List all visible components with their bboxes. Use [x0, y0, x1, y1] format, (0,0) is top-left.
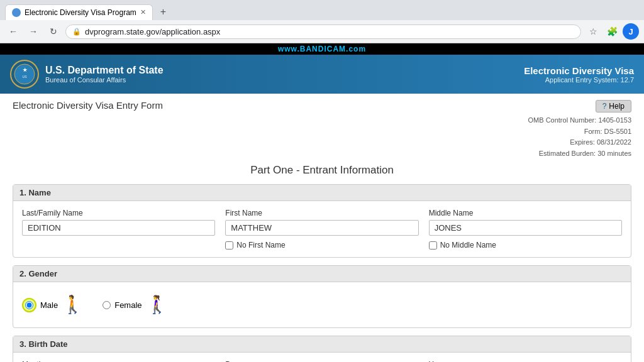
- star-button[interactable]: ☆: [585, 23, 601, 40]
- no-first-name-checkbox[interactable]: [225, 241, 233, 250]
- no-first-name-label: No First Name: [236, 241, 285, 250]
- part-heading: Part One - Entrant Information: [13, 164, 631, 177]
- lock-icon: 🔒: [72, 28, 81, 36]
- back-button[interactable]: ←: [5, 23, 21, 40]
- estimated-burden: Estimated Burden: 30 minutes: [528, 148, 631, 160]
- section-gender-header: 2. Gender: [13, 266, 631, 282]
- bandicam-watermark: www.BANDICAM.com: [0, 43, 644, 55]
- first-name-label: First Name: [225, 209, 418, 217]
- female-person-icon: 🚶‍♀️: [146, 296, 168, 314]
- female-radio[interactable]: [103, 301, 111, 309]
- form-title-area: Electronic Diversity Visa Entry Form: [13, 100, 163, 111]
- profile-avatar[interactable]: J: [623, 23, 639, 40]
- form-meta: OMB Control Number: 1405-0153 Form: DS-5…: [528, 115, 631, 159]
- female-label: Female: [114, 300, 142, 310]
- male-radio-highlight: [22, 298, 36, 312]
- form-area: Electronic Diversity Visa Entry Form ? H…: [0, 94, 644, 362]
- tab-bar: Electronic Diversity Visa Program ✕ +: [0, 0, 644, 20]
- section-gender-content: Male 🚶 Female 🚶‍♀️: [13, 282, 631, 327]
- browser-chrome: Electronic Diversity Visa Program ✕ + ← …: [0, 0, 644, 43]
- middle-name-label: Middle Name: [429, 209, 622, 217]
- first-name-input[interactable]: [225, 220, 418, 236]
- control-number: OMB Control Number: 1405-0153: [528, 115, 631, 126]
- dept-name: U.S. Department of State: [45, 65, 164, 76]
- tab-close-button[interactable]: ✕: [140, 8, 146, 16]
- middle-name-input[interactable]: [429, 220, 622, 236]
- active-tab[interactable]: Electronic Diversity Visa Program ✕: [5, 4, 153, 20]
- visa-title: Electronic Diversity Visa: [524, 65, 634, 76]
- section-birth-date: 3. Birth Date Month Day Year: [13, 336, 631, 362]
- address-bar-row: ← → ↻ 🔒 dvprogram.state.gov/application.…: [0, 20, 644, 43]
- visa-subtitle: Applicant Entry System: 12.7: [524, 76, 634, 84]
- header-left: ★ US U.S. Department of State Bureau of …: [10, 60, 164, 89]
- male-person-icon: 🚶: [62, 296, 84, 314]
- form-top-bar: Electronic Diversity Visa Entry Form ? H…: [13, 100, 631, 159]
- section-birth-header: 3. Birth Date: [13, 336, 631, 353]
- no-middle-name-row: No Middle Name: [429, 241, 622, 250]
- address-bar[interactable]: 🔒 dvprogram.state.gov/application.aspx: [65, 25, 581, 39]
- section-name-header: 1. Name: [13, 185, 631, 201]
- no-middle-name-label: No Middle Name: [440, 241, 496, 250]
- male-radio[interactable]: [25, 301, 33, 309]
- last-name-group: Last/Family Name: [22, 209, 215, 250]
- section-birth-content: Month Day Year: [13, 353, 631, 362]
- no-middle-name-checkbox[interactable]: [429, 241, 437, 250]
- help-icon: ?: [602, 102, 607, 111]
- no-first-name-row: No First Name: [225, 241, 418, 250]
- bandicam-text: www.BANDICAM.com: [278, 45, 366, 53]
- gender-female-option: Female 🚶‍♀️: [103, 296, 167, 314]
- help-button[interactable]: ? Help: [596, 100, 631, 112]
- middle-name-group: Middle Name No Middle Name: [429, 209, 622, 250]
- browser-actions: ☆ 🧩 J: [585, 23, 639, 40]
- form-number: Form: DS-5501: [528, 126, 631, 138]
- bureau-name: Bureau of Consular Affairs: [45, 76, 164, 84]
- svg-text:US: US: [23, 75, 28, 79]
- name-fields: Last/Family Name First Name No First Nam…: [22, 209, 622, 250]
- section-gender: 2. Gender Male 🚶 Female 🚶‍♀️: [13, 265, 631, 328]
- expires: Expires: 08/31/2022: [528, 137, 631, 148]
- header-right: Electronic Diversity Visa Applicant Entr…: [524, 65, 634, 84]
- url-text: dvprogram.state.gov/application.aspx: [85, 27, 574, 36]
- last-name-label: Last/Family Name: [22, 209, 215, 217]
- refresh-button[interactable]: ↻: [45, 23, 62, 40]
- new-tab-button[interactable]: +: [155, 4, 171, 20]
- extensions-button[interactable]: 🧩: [604, 23, 620, 40]
- site-header: ★ US U.S. Department of State Bureau of …: [0, 55, 644, 94]
- last-name-input[interactable]: [22, 220, 215, 236]
- gender-options: Male 🚶 Female 🚶‍♀️: [22, 290, 622, 320]
- tab-label: Electronic Diversity Visa Program: [25, 8, 136, 17]
- section-name-content: Last/Family Name First Name No First Nam…: [13, 201, 631, 257]
- forward-button[interactable]: →: [25, 23, 42, 40]
- help-label: Help: [609, 102, 625, 111]
- header-dept-info: U.S. Department of State Bureau of Consu…: [45, 65, 164, 84]
- first-name-group: First Name No First Name: [225, 209, 418, 250]
- form-title: Electronic Diversity Visa Entry Form: [13, 100, 163, 111]
- state-dept-seal: ★ US: [10, 60, 39, 89]
- section-name: 1. Name Last/Family Name First Name No F…: [13, 184, 631, 258]
- gender-male-option: Male 🚶: [22, 296, 84, 314]
- tab-favicon: [12, 8, 21, 17]
- svg-text:★: ★: [23, 67, 28, 73]
- male-label: Male: [40, 300, 58, 310]
